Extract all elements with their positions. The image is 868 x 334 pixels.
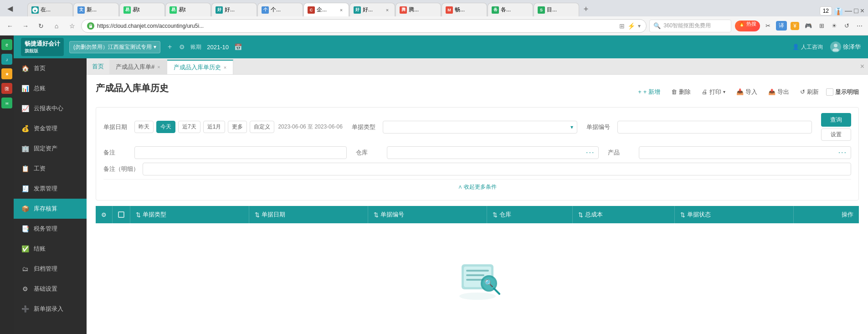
browser-icon-5[interactable]: ✉ <box>1 98 12 108</box>
col-check[interactable] <box>113 206 130 223</box>
tab-11[interactable]: 各 各... <box>488 3 533 16</box>
new-tab-button[interactable]: + <box>580 3 592 15</box>
search-bar[interactable]: 🔍 360智能抠图免费用 <box>649 20 731 32</box>
warehouse-select[interactable]: ··· <box>387 146 599 159</box>
date-btn-1month[interactable]: 近1月 <box>203 121 226 133</box>
col-doc-no[interactable]: ⇅ 单据编号 <box>368 206 487 223</box>
sidebar-item-tax[interactable]: 📑 税务管理 <box>14 219 87 239</box>
browser-icon-3[interactable]: ★ <box>1 68 12 79</box>
col-gear[interactable]: ⚙ <box>96 206 113 223</box>
bookmark-button[interactable]: ☆ <box>66 20 78 32</box>
more-tool[interactable]: ⋯ <box>855 22 864 29</box>
date-btn-today[interactable]: 今天 <box>156 121 175 133</box>
calendar-icon[interactable]: 📅 <box>234 43 242 51</box>
tab-4[interactable]: 易 易t <box>165 3 211 16</box>
detail-remark-input[interactable] <box>143 163 851 175</box>
import-button[interactable]: 📥 导入 <box>733 86 761 98</box>
home-button[interactable]: ⌂ <box>50 20 63 32</box>
translate-tool[interactable]: 译 <box>776 21 787 31</box>
tab-5[interactable]: 好 好... <box>211 3 257 16</box>
date-btn-more[interactable]: 更多 <box>228 121 247 133</box>
tab-10[interactable]: M 畅... <box>442 3 487 16</box>
add-company-button[interactable]: + <box>166 42 174 52</box>
col-total-cost[interactable]: ⇅ 总成本 <box>572 206 674 223</box>
breadcrumb-home[interactable]: 首页 <box>92 62 104 71</box>
col-doc-status[interactable]: ⇅ 单据状态 <box>674 206 793 223</box>
sidebar-item-home[interactable]: 🏠 首页 <box>14 58 87 78</box>
display-cols-checkbox[interactable] <box>826 88 833 96</box>
lightning-icon[interactable]: ⚡ <box>627 22 635 30</box>
settings-button-query[interactable]: 设置 <box>821 128 851 141</box>
support-link[interactable]: 👤 人工咨询 <box>792 43 823 51</box>
tab-1[interactable]: ● 在... <box>27 3 73 16</box>
tab-8[interactable]: 好 好... × <box>349 3 395 16</box>
export-button[interactable]: 📤 导出 <box>765 86 793 98</box>
tab-6[interactable]: 个 个... <box>257 3 303 16</box>
page-tab-history-close[interactable]: × <box>224 65 226 70</box>
select-all-checkbox[interactable] <box>118 211 124 218</box>
query-button[interactable]: 查询 <box>821 113 851 127</box>
sidebar-item-cloud-report[interactable]: 📈 云报表中心 <box>14 98 87 118</box>
sidebar-item-payroll[interactable]: 📋 工资 <box>14 159 87 179</box>
sidebar-item-archive[interactable]: 🗂 归档管理 <box>14 259 87 279</box>
minimize-button[interactable]: — <box>845 7 852 15</box>
tab-2[interactable]: 文 新... <box>73 3 119 16</box>
col-warehouse[interactable]: ⇅ 仓库 <box>487 206 572 223</box>
date-btn-7days[interactable]: 近7天 <box>178 121 200 133</box>
content-area-close[interactable]: × <box>860 62 864 71</box>
sun-tool[interactable]: ☀ <box>830 22 839 29</box>
rotate-tool[interactable]: ↺ <box>842 22 851 29</box>
back-icon[interactable]: ◀ <box>4 2 16 15</box>
page-tab-history[interactable]: 产成品入库单历史 × <box>167 60 233 74</box>
game-tool[interactable]: 🎮 <box>803 22 814 29</box>
browser-icon-2[interactable]: J <box>1 54 12 65</box>
refresh-button-main[interactable]: ↺ 刷新 <box>796 86 822 98</box>
url-bar[interactable]: https://cloud.chanjet.com/accounting/uru… <box>81 19 647 33</box>
sidebar-item-fixed-assets[interactable]: 🏢 固定资产 <box>14 139 87 159</box>
hot-search-badge[interactable]: 🔥 热搜 <box>735 21 760 31</box>
product-select[interactable]: ··· <box>639 146 851 159</box>
date-btn-custom[interactable]: 自定义 <box>250 121 274 133</box>
back-button[interactable]: ← <box>4 20 16 32</box>
col-doc-date[interactable]: ⇅ 单据日期 <box>249 206 368 223</box>
forward-button[interactable]: → <box>19 20 32 32</box>
sidebar-item-invoice[interactable]: 🧾 发票管理 <box>14 179 87 199</box>
date-btn-yesterday[interactable]: 昨天 <box>134 121 154 133</box>
display-cols-toggle[interactable]: 显示明细 <box>826 88 859 96</box>
url-dropdown-icon[interactable]: ▾ <box>638 23 641 29</box>
scissors-tool[interactable]: ✂ <box>764 22 772 29</box>
sidebar-item-fund[interactable]: 💰 资金管理 <box>14 118 87 139</box>
tab-3[interactable]: 易 易t <box>119 3 165 16</box>
grid-icon[interactable]: ⊞ <box>619 22 625 30</box>
collapse-bar[interactable]: ∧ 收起更多条件 <box>103 179 851 195</box>
sidebar-item-settlement[interactable]: ✅ 结账 <box>14 239 87 259</box>
company-selector[interactable]: (勿删勿禁用）江西服宝测试专用 ▾ <box>69 41 160 53</box>
tab-9[interactable]: 腾 腾... <box>395 3 441 16</box>
close-window-button[interactable]: × <box>860 7 864 15</box>
remark-input[interactable] <box>134 146 347 159</box>
sidebar-item-ledger[interactable]: 📊 总账 <box>14 78 87 98</box>
browser-icon-4[interactable]: 微 <box>1 83 12 94</box>
page-tab-list[interactable]: 产成品入库单# × <box>109 60 167 74</box>
add-button[interactable]: + + 新增 <box>634 86 664 98</box>
browser-icon-1[interactable]: e <box>1 39 12 50</box>
tab-8-close[interactable]: × <box>384 6 391 14</box>
tab-12[interactable]: S 目... <box>534 3 579 16</box>
tab-7-close[interactable]: × <box>338 6 345 14</box>
user-menu[interactable]: 徐泽华 <box>830 41 861 52</box>
doc-no-input[interactable] <box>617 121 812 134</box>
shirt-icon[interactable]: 👔 <box>834 7 843 15</box>
print-button[interactable]: 🖨 打印 ▾ <box>698 86 729 98</box>
page-tab-list-close[interactable]: × <box>157 64 160 70</box>
delete-button[interactable]: 🗑 删除 <box>668 86 694 98</box>
sidebar-item-new-doc[interactable]: ➕ 新单据录入 <box>14 299 87 319</box>
refresh-button[interactable]: ↻ <box>35 20 47 32</box>
money-tool[interactable]: ¥ <box>791 22 799 30</box>
sidebar-item-basic-settings[interactable]: ⚙ 基础设置 <box>14 279 87 299</box>
doc-type-select[interactable]: ▾ <box>383 121 577 134</box>
maximize-button[interactable]: □ <box>854 7 858 15</box>
grid-tool[interactable]: ⊞ <box>817 22 826 29</box>
settings-button[interactable]: ⚙ <box>179 43 185 51</box>
sidebar-item-inventory[interactable]: 📦 库存核算 <box>14 199 87 219</box>
col-doc-type[interactable]: ⇅ 单据类型 <box>130 206 249 223</box>
